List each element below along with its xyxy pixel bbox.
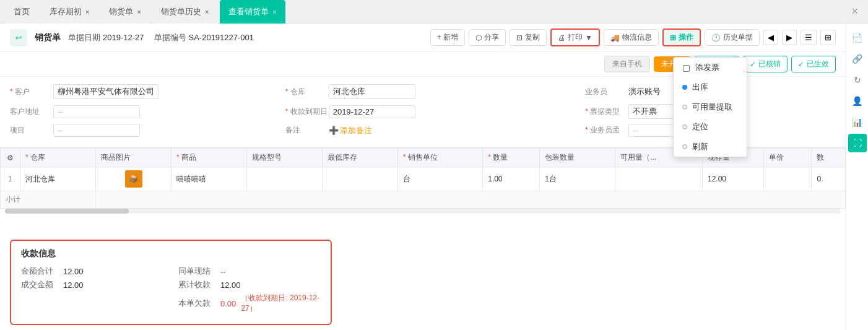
history-icon: 🕐 [711, 33, 721, 42]
project-field: 项目 -- [10, 124, 285, 137]
sidebar-link-icon[interactable]: 🔗 [848, 50, 867, 68]
print-button[interactable]: 🖨 打印 ▼ [550, 28, 600, 46]
cancelled-check-icon: ✓ [750, 60, 756, 69]
payment-section: 收款信息 金额合计 12.00 成交金额 12.00 同单现结 -- [10, 240, 332, 325]
cancelled-button[interactable]: ✓ 已核销 [743, 56, 788, 72]
tab-home[interactable]: 首页 [5, 0, 38, 24]
deal-amount-row: 成交金额 12.00 [21, 279, 163, 290]
tab-sales[interactable]: 销货单 × [100, 0, 149, 24]
tab-home-label: 首页 [14, 6, 30, 17]
col-image: 商品图片 [96, 149, 171, 167]
grid-view-button[interactable]: ⊞ [820, 30, 836, 45]
tab-view-sales-label: 查看销货单 [228, 6, 269, 17]
customer-value[interactable]: 柳州粤港平安气体有限公司 [53, 84, 158, 99]
sidebar-doc-icon[interactable]: 📄 [848, 28, 867, 47]
outbound-icon [682, 85, 687, 90]
payment-date-label: 收款到期日 [285, 106, 329, 117]
sidebar-expand-icon[interactable]: ⛶ [848, 134, 867, 152]
note-field: 备注 ➕ 添加备注 [285, 125, 561, 136]
tab-sales-history[interactable]: 销货单历史 × [152, 0, 217, 24]
dropdown-refresh-icon [682, 144, 687, 149]
operation-dropdown: ▢ 添发票 出库 可用量提取 定位 刷新 [673, 57, 747, 157]
window-close-icon[interactable]: × [846, 5, 863, 18]
add-invoice-icon: ▢ [682, 63, 690, 72]
row-image: 📦 [96, 167, 171, 191]
row-qty: 1.00 [483, 167, 540, 191]
row-price [764, 167, 812, 191]
row-product: 嘻嘻嘻嘻 [171, 167, 247, 191]
row-unit: 台 [398, 167, 483, 191]
list-view-button[interactable]: ☰ [801, 30, 817, 45]
logistics-button[interactable]: 🚚 物流信息 [604, 29, 659, 46]
subtotal-label: 小计 [1, 191, 96, 209]
cumulative-label: 累计收款 [178, 279, 215, 290]
balance-label: 本单欠款 [178, 298, 215, 309]
payment-title: 收款信息 [21, 248, 321, 259]
note-label: 备注 [285, 125, 329, 136]
sidebar-chart-icon[interactable]: 📊 [848, 113, 867, 131]
tab-inventory-close[interactable]: × [85, 8, 89, 15]
product-table-container: ⚙ 仓库 商品图片 商品 规格型号 最低库存 销售单位 数量 包装数量 可用量（… [0, 147, 846, 235]
dropdown-locate[interactable]: 定位 [674, 117, 747, 137]
col-product: 商品 [171, 149, 247, 167]
doc-header: ↩ 销货单 单据日期 2019-12-27 单据编号 SA-20191227-0… [0, 24, 846, 52]
customer-field: 客户 柳州粤港平安气体有限公司 [10, 84, 285, 99]
share-icon: ⬡ [475, 33, 482, 42]
tab-sales-close[interactable]: × [137, 8, 141, 15]
row-min-stock [323, 167, 398, 191]
copy-button[interactable]: ⊡ 复制 [510, 29, 547, 46]
subtotal-empty [96, 191, 846, 209]
tab-view-sales-close[interactable]: × [272, 8, 276, 15]
payment-date-value[interactable]: 2019-12-27 [329, 105, 415, 118]
doc-date-label: 单据日期 2019-12-27 [68, 32, 144, 43]
staff-label: 业务员 [585, 87, 628, 97]
from-phone-button[interactable]: 来自手机 [604, 56, 650, 72]
dropdown-available-qty[interactable]: 可用量提取 [674, 97, 747, 117]
table-scrollbar-thumb[interactable] [5, 209, 129, 214]
operation-button[interactable]: ⊞ 操作 [662, 28, 701, 46]
table-row: 1 河北仓库 📦 嘻嘻嘻嘻 台 1.00 1台 12.00 [1, 167, 846, 191]
salesperson-label: 业务员孟 [585, 125, 628, 136]
dropdown-add-invoice[interactable]: ▢ 添发票 [674, 58, 747, 77]
doc-number-label: 单据编号 SA-20191227-001 [154, 32, 254, 43]
prev-record-button[interactable]: ◀ [763, 30, 778, 45]
col-pack-qty: 包装数量 [540, 149, 615, 167]
table-scrollbar[interactable] [5, 209, 841, 214]
customer-label: 客户 [10, 87, 53, 97]
payment-grid: 金额合计 12.00 成交金额 12.00 同单现结 -- 累计收款 [21, 266, 321, 316]
doc-type-label: 销货单 [35, 32, 61, 43]
sidebar-refresh-icon[interactable]: ↻ [848, 71, 867, 89]
available-qty-icon [682, 105, 687, 110]
total-row: 金额合计 12.00 [21, 266, 163, 277]
add-note-button[interactable]: ➕ 添加备注 [329, 125, 372, 136]
col-min-stock: 最低库存 [323, 149, 398, 167]
staff-value: 演示账号 [628, 86, 661, 97]
new-button[interactable]: + 新增 [430, 29, 465, 46]
col-gear: ⚙ [1, 149, 20, 167]
warehouse-value[interactable]: 河北仓库 [329, 84, 415, 99]
row-index: 1 [1, 167, 20, 191]
tab-view-sales[interactable]: 查看销货单 × [220, 0, 285, 24]
copy-icon: ⊡ [516, 33, 523, 42]
dropdown-outbound[interactable]: 出库 [674, 77, 747, 97]
dropdown-refresh[interactable]: 刷新 [674, 137, 747, 157]
share-button[interactable]: ⬡ 分享 [469, 29, 506, 46]
address-field: 客户地址 -- [10, 105, 285, 118]
same-order-label: 同单现结 [178, 266, 215, 277]
sidebar-user-icon[interactable]: 👤 [848, 92, 867, 110]
tab-sales-history-close[interactable]: × [205, 8, 209, 15]
balance-value: 0.00 [220, 299, 236, 308]
right-sidebar: 📄 🔗 ↻ 👤 📊 ⛶ [846, 24, 868, 330]
cumulative-row: 累计收款 12.00 [178, 279, 321, 290]
effective-button[interactable]: ✓ 已生效 [791, 56, 836, 72]
address-value[interactable]: -- [53, 105, 140, 118]
cumulative-value: 12.00 [220, 280, 241, 290]
project-value[interactable]: -- [53, 124, 140, 137]
tab-inventory-init[interactable]: 库存期初 × [41, 0, 98, 24]
next-record-button[interactable]: ▶ [782, 30, 797, 45]
logistics-icon: 🚚 [610, 33, 620, 42]
col-qty: 数量 [483, 149, 540, 167]
col-price: 单价 [764, 149, 812, 167]
history-button[interactable]: 🕐 历史单据 [705, 29, 760, 46]
col-spec: 规格型号 [247, 149, 323, 167]
